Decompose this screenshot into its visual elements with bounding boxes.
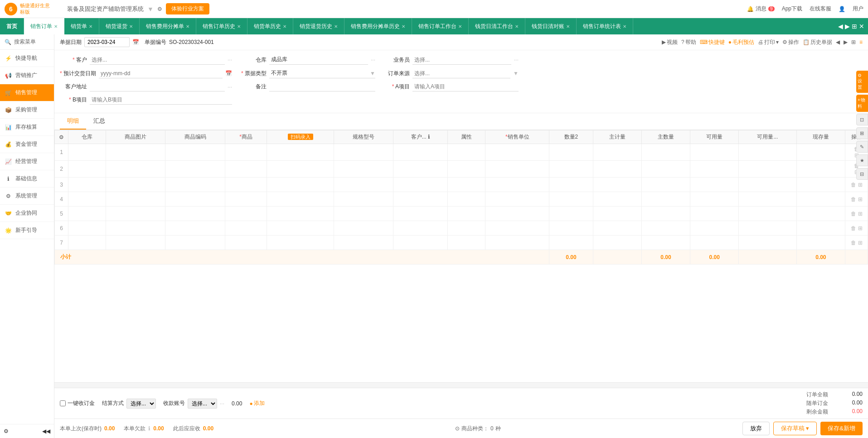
tab-close-icon[interactable]: ✕ [89,24,92,29]
operation-link[interactable]: ⚙ 操作 [782,39,799,46]
online-service[interactable]: 在线客服 [810,5,831,13]
copy-row-icon-3[interactable]: ⊞ [858,182,863,188]
tab-sales-order[interactable]: 销售订单 ✕ [24,18,64,34]
cell-name-2[interactable] [225,161,267,178]
date-input[interactable]: 2023-03-24 [84,37,130,47]
system-title-dropdown[interactable]: ▼ [147,5,154,13]
scroll-bar-area[interactable] [54,382,868,388]
abandon-button[interactable]: 放弃 [742,422,770,435]
nav-prev-doc-icon[interactable]: ◀ [836,39,840,45]
sidebar-collapse-icon[interactable]: ◀◀ [42,428,50,434]
tab-sales-expense[interactable]: 销售费用分摊单 ✕ [140,18,196,34]
help-link[interactable]: ? 帮助 [681,39,696,46]
cell-customer-code-1[interactable] [393,144,448,161]
side-btn-settings[interactable]: ⚙ 设置 [856,71,868,93]
scan-btn[interactable]: 扫码录入 [288,134,313,140]
sidebar-item-guide[interactable]: 🌟 新手引导 [0,222,54,239]
sidebar-item-inventory[interactable]: 📊 库存核算 [0,119,54,136]
tab-detail[interactable]: 明细 [60,113,86,130]
delete-row-icon-3[interactable]: 🗑 [851,182,856,188]
col-info-icon[interactable]: ℹ [428,134,430,140]
tab-invoice-history[interactable]: 销货单历史 ✕ [247,18,293,34]
cell-unit-1[interactable] [485,144,549,161]
nav-expand-icon[interactable]: ⊞ [852,23,857,30]
order-source-dropdown-icon[interactable]: ▼ [513,70,519,77]
warehouse-more-btn[interactable]: ··· [371,57,375,63]
shortcut-link[interactable]: ⌨ 快捷键 [700,39,725,46]
sidebar-item-sales[interactable]: 🛒 销售管理 [0,84,54,101]
side-btn-icon2[interactable]: ⊞ [856,127,868,139]
tab-return-history[interactable]: 销货退货历史 ✕ [293,18,344,34]
info-icon[interactable]: ℹ [148,425,150,432]
tab-close-icon[interactable]: ✕ [402,24,405,29]
tab-reconcile[interactable]: 钱货日清对账 ✕ [525,18,577,34]
app-download[interactable]: App下载 [782,5,802,13]
add-btn[interactable]: ● 添加 [249,399,264,407]
a-project-input[interactable] [412,82,519,91]
tab-summary[interactable]: 汇总 [86,113,112,130]
side-btn-add-material[interactable]: +物料 [856,95,868,112]
remark-input[interactable] [269,82,375,91]
copy-row-icon-5[interactable]: ⊞ [858,211,863,217]
cell-name-1[interactable] [225,144,267,161]
tab-sales-invoice[interactable]: 销货单 ✕ [64,18,99,34]
sidebar-item-management[interactable]: 📈 经营管理 [0,153,54,170]
sidebar-item-quick-nav[interactable]: ⚡ 快捷导航 [0,50,54,67]
cell-warehouse-2[interactable] [68,161,106,178]
side-btn-icon5[interactable]: ⊟ [856,168,868,180]
delete-row-icon-6[interactable]: 🗑 [851,225,856,231]
layout-grid-icon[interactable]: ⊞ [851,39,856,45]
settings-icon[interactable]: ⚙ [157,6,162,12]
nav-next-icon[interactable]: ▶ [845,23,850,30]
print-link[interactable]: 🖨 打印 ▾ [758,39,779,46]
delete-row-icon-5[interactable]: 🗑 [851,211,856,217]
col-settings[interactable]: ⚙ [55,130,68,144]
tab-sales-order-history[interactable]: 销售订单历史 ✕ [196,18,247,34]
goods-type-icon[interactable]: ⊙ [455,425,460,432]
customer-more-btn[interactable]: ··· [228,57,232,63]
tab-close-icon[interactable]: ✕ [515,24,519,29]
cell-qty2-2[interactable] [549,161,593,178]
side-btn-icon4[interactable]: ★ [856,154,868,166]
delete-row-icon-7[interactable]: 🗑 [851,240,856,246]
cell-spec-1[interactable] [334,144,393,161]
col-scan[interactable]: 扫码录入 [267,130,334,144]
save-draft-button[interactable]: 保存草稿 ▾ [773,422,817,435]
nav-next-doc-icon[interactable]: ▶ [844,39,848,45]
sidebar-item-cooperation[interactable]: 🤝 企业协同 [0,205,54,222]
view-link[interactable]: ▶ 视频 [662,39,678,46]
tab-sales-workbench[interactable]: 销售订单工作台 ✕ [412,18,469,34]
print-arrow[interactable]: ▾ [776,39,779,45]
tab-close-icon[interactable]: ✕ [129,24,133,29]
delivery-date-input[interactable] [99,69,223,78]
tab-sales-return[interactable]: 销货退货 ✕ [99,18,140,34]
delivery-calendar-icon[interactable]: 📅 [225,70,232,77]
cell-spec-2[interactable] [334,161,393,178]
tab-close-icon[interactable]: ✕ [334,24,338,29]
tab-home[interactable]: 首页 [0,18,24,34]
user-label[interactable]: 用户 [853,5,863,13]
notice-btn[interactable]: 🔔 消息 9 [747,5,775,13]
copy-row-icon-6[interactable]: ⊞ [858,225,863,231]
tab-close-icon[interactable]: ✕ [623,24,626,29]
account-more-btn[interactable]: ··· [220,400,224,407]
cell-main-qty-2[interactable] [641,161,690,178]
cell-warehouse-1[interactable] [68,144,106,161]
customer-addr-input[interactable] [90,82,225,91]
sidebar-item-purchase[interactable]: 📦 采购管理 [0,101,54,119]
tab-close-icon[interactable]: ✕ [54,24,58,29]
copy-row-icon-7[interactable]: ⊞ [858,240,863,246]
cell-unit-2[interactable] [485,161,549,178]
cell-code-2[interactable] [165,161,225,178]
cell-attribute-2[interactable] [448,161,485,178]
payment-method-select[interactable]: 选择... [126,399,156,409]
layout-list-icon[interactable]: ≡ [859,39,863,45]
one-click-checkbox[interactable] [60,400,66,406]
cell-code-1[interactable] [165,144,225,161]
delete-row-icon-4[interactable]: 🗑 [851,196,856,202]
cell-customer-code-2[interactable] [393,161,448,178]
invoice-type-dropdown-icon[interactable]: ▼ [370,70,375,77]
save-draft-dropdown-icon[interactable]: ▾ [806,425,809,432]
customer-addr-more-btn[interactable]: ··· [228,84,232,90]
calendar-icon[interactable]: 📅 [132,39,139,45]
